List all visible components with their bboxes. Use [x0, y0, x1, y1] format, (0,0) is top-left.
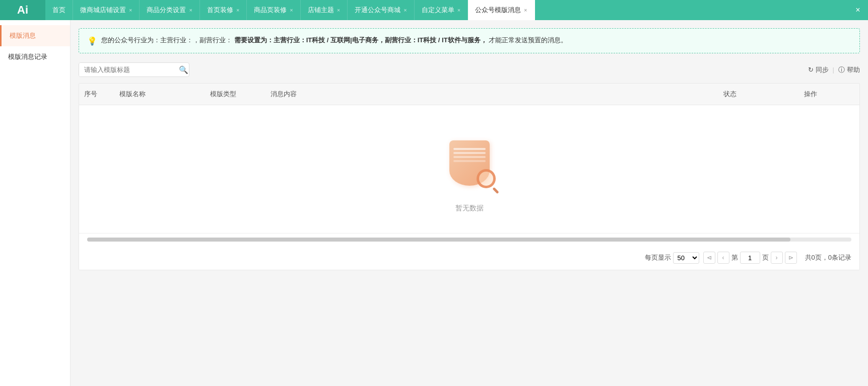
divider: | [833, 66, 834, 73]
global-close-button[interactable]: × [848, 0, 868, 20]
brand-logo: Ai [0, 0, 45, 20]
notice-highlight: 需要设置为：主营行业：IT科技 / 互联网|电子商务，副营行业：IT科技 / I… [234, 36, 487, 44]
table-column-3: 消息内容 [265, 84, 718, 105]
nav-tab-4[interactable]: 商品页装修× [247, 0, 300, 20]
nav-tab-close[interactable]: × [457, 7, 460, 13]
nav-tab-label: 商品页装修 [254, 6, 287, 15]
empty-illustration [439, 135, 500, 196]
top-nav: Ai 首页微商城店铺设置×商品分类设置×首页装修×商品页装修×店铺主题×开通公众… [0, 0, 868, 20]
last-page-button[interactable]: ⊳ [785, 252, 797, 264]
nav-tab-2[interactable]: 商品分类设置× [140, 0, 199, 20]
scrollbar-area [79, 233, 859, 246]
nav-tab-label: 公众号模版消息 [475, 6, 521, 15]
notice-box: 💡 您的公众号行业为：主营行业：，副营行业： 需要设置为：主营行业：IT科技 /… [79, 28, 860, 53]
nav-tab-label: 开通公众号商城 [355, 6, 400, 15]
nav-tab-close[interactable]: × [129, 7, 132, 13]
per-page-label: 每页显示 [645, 253, 671, 262]
nav-tab-0[interactable]: 首页 [45, 0, 73, 20]
table-column-5: 操作 [799, 84, 859, 105]
nav-tab-label: 首页 [52, 6, 65, 15]
nav-tab-close[interactable]: × [404, 7, 407, 13]
nav-tab-label: 自定义菜单 [422, 6, 454, 15]
horizontal-scrollbar[interactable] [87, 238, 851, 242]
magnifier-icon [477, 169, 496, 188]
prev-page-button[interactable]: ‹ [717, 252, 729, 264]
table-column-2: 模版类型 [205, 84, 265, 105]
sidebar-item-0[interactable]: 模版消息 [0, 25, 70, 46]
first-page-button[interactable]: ⊲ [703, 252, 715, 264]
empty-state: 暂无数据 [79, 105, 859, 233]
search-button[interactable]: 🔍 [174, 65, 189, 74]
toolbar-right: ↻ 同步 | ⓘ 帮助 [808, 65, 860, 74]
pagination: 每页显示 102050100 ⊲ ‹ 第 页 › ⊳ 共0页，0条记录 [79, 246, 859, 270]
sidebar-item-1[interactable]: 模版消息记录 [0, 46, 70, 67]
sync-icon: ↻ [808, 66, 814, 73]
search-wrap: 🔍 [79, 62, 189, 77]
nav-tab-close[interactable]: × [337, 7, 340, 13]
help-icon: ⓘ [838, 65, 845, 74]
nav-tab-5[interactable]: 店铺主题× [301, 0, 348, 20]
nav-tabs: 首页微商城店铺设置×商品分类设置×首页装修×商品页装修×店铺主题×开通公众号商城… [45, 0, 848, 20]
page-nav: ⊲ ‹ 第 页 › ⊳ [703, 252, 797, 264]
table-header: 序号模版名称模版类型消息内容状态操作 [79, 84, 859, 105]
scrollbar-thumb [87, 238, 790, 242]
main-layout: 模版消息模版消息记录 💡 您的公众号行业为：主营行业：，副营行业： 需要设置为：… [0, 20, 868, 386]
data-table: 序号模版名称模版类型消息内容状态操作 暂无数据 每页显示 [79, 83, 860, 270]
page-size-select: 每页显示 102050100 [645, 252, 699, 264]
nav-tab-label: 首页装修 [207, 6, 233, 15]
table-column-4: 状态 [718, 84, 799, 105]
nav-tab-label: 微商城店铺设置 [80, 6, 126, 15]
toolbar: 🔍 ↻ 同步 | ⓘ 帮助 [79, 62, 860, 77]
nav-tab-6[interactable]: 开通公众号商城× [348, 0, 414, 20]
nav-tab-7[interactable]: 自定义菜单× [415, 0, 468, 20]
nav-tab-3[interactable]: 首页装修× [200, 0, 247, 20]
help-button[interactable]: ⓘ 帮助 [838, 65, 860, 74]
next-page-button[interactable]: › [771, 252, 783, 264]
sync-button[interactable]: ↻ 同步 [808, 65, 829, 74]
nav-tab-label: 店铺主题 [308, 6, 334, 15]
empty-text: 暂无数据 [455, 204, 484, 213]
bulb-icon: 💡 [87, 36, 97, 46]
nav-tab-label: 商品分类设置 [147, 6, 186, 15]
notice-text: 您的公众号行业为：主营行业：，副营行业： 需要设置为：主营行业：IT科技 / 互… [101, 36, 567, 45]
table-column-0: 序号 [79, 84, 114, 105]
nav-tab-close[interactable]: × [524, 7, 527, 13]
page-number-input[interactable] [740, 252, 760, 264]
nav-tab-8[interactable]: 公众号模版消息× [468, 0, 535, 20]
search-input[interactable] [79, 63, 174, 76]
nav-tab-close[interactable]: × [189, 7, 192, 13]
total-info: 共0页，0条记录 [805, 253, 851, 262]
nav-tab-close[interactable]: × [236, 7, 239, 13]
page-label-post: 页 [762, 253, 769, 262]
table-column-1: 模版名称 [114, 84, 205, 105]
nav-tab-close[interactable]: × [290, 7, 293, 13]
nav-tab-1[interactable]: 微商城店铺设置× [73, 0, 140, 20]
sidebar: 模版消息模版消息记录 [0, 20, 71, 386]
per-page-dropdown[interactable]: 102050100 [673, 252, 699, 264]
content-area: 💡 您的公众号行业为：主营行业：，副营行业： 需要设置为：主营行业：IT科技 /… [71, 20, 868, 386]
page-label-pre: 第 [731, 253, 738, 262]
